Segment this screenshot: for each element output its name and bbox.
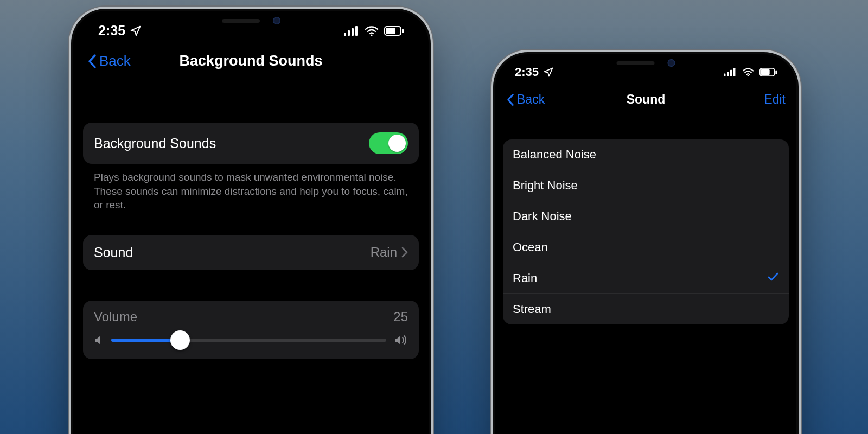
sound-option-label: Bright Noise <box>513 178 578 193</box>
sound-value: Rain <box>371 245 397 260</box>
location-icon <box>130 25 142 37</box>
toggle-label: Background Sounds <box>94 136 216 151</box>
svg-rect-8 <box>724 74 725 76</box>
svg-rect-10 <box>730 70 732 76</box>
cellular-icon <box>344 26 359 36</box>
edit-button[interactable]: Edit <box>764 92 786 107</box>
svg-point-12 <box>748 75 749 76</box>
chevron-right-icon <box>401 247 408 258</box>
svg-rect-6 <box>386 28 395 34</box>
background-sounds-toggle-row[interactable]: Background Sounds <box>83 123 419 164</box>
sound-option-label: Dark Noise <box>513 209 572 224</box>
svg-rect-1 <box>348 30 350 36</box>
sound-option-label: Rain <box>513 271 537 285</box>
group-sound: Sound Rain <box>83 235 419 270</box>
sound-option[interactable]: Stream <box>503 293 789 324</box>
wifi-icon <box>365 25 379 36</box>
volume-value: 25 <box>393 309 408 324</box>
toggle-switch[interactable] <box>369 132 408 154</box>
cellular-icon <box>724 68 737 76</box>
back-button[interactable]: Back <box>87 53 131 69</box>
nav-bar: Back Background Sounds <box>83 53 419 69</box>
sound-option-label: Balanced Noise <box>513 148 596 162</box>
svg-rect-11 <box>733 68 735 76</box>
battery-icon <box>760 68 777 76</box>
footnote-text: Plays background sounds to mask unwanted… <box>83 164 419 212</box>
wifi-icon <box>742 67 754 77</box>
volume-slider[interactable] <box>94 334 408 346</box>
status-time: 2:35 <box>515 65 539 79</box>
slider-track[interactable] <box>111 339 386 342</box>
group-volume: Volume 25 <box>83 301 419 359</box>
sound-option[interactable]: Rain <box>503 263 789 293</box>
page-title: Background Sounds <box>83 53 419 69</box>
sound-option-label: Ocean <box>513 240 548 254</box>
nav-bar: Back Sound Edit <box>503 92 789 107</box>
svg-rect-14 <box>761 69 770 75</box>
phone-left: 2:35 <box>73 11 429 434</box>
sound-option[interactable]: Balanced Noise <box>503 139 789 170</box>
page-title: Sound <box>503 92 789 107</box>
status-bar: 2:35 <box>83 23 419 39</box>
phone-right: 2:35 <box>495 54 796 434</box>
chevron-left-icon <box>506 93 515 106</box>
speaker-high-icon <box>394 334 408 346</box>
group-toggle: Background Sounds <box>83 123 419 164</box>
status-time: 2:35 <box>98 23 125 39</box>
svg-rect-2 <box>352 28 354 36</box>
slider-thumb[interactable] <box>170 330 190 350</box>
volume-label: Volume <box>94 309 137 324</box>
back-button[interactable]: Back <box>506 92 545 107</box>
sound-row[interactable]: Sound Rain <box>83 235 419 270</box>
svg-rect-9 <box>727 72 729 76</box>
sound-option[interactable]: Dark Noise <box>503 201 789 232</box>
svg-rect-0 <box>344 33 346 36</box>
sound-option-label: Stream <box>513 302 551 316</box>
back-label: Back <box>517 92 545 107</box>
sound-label: Sound <box>94 245 133 260</box>
sound-options-list: Balanced NoiseBright NoiseDark NoiseOcea… <box>503 139 789 324</box>
location-icon <box>543 67 554 78</box>
svg-point-4 <box>371 34 372 36</box>
status-bar: 2:35 <box>503 65 789 79</box>
sound-option[interactable]: Ocean <box>503 232 789 263</box>
svg-rect-15 <box>775 70 777 74</box>
back-label: Back <box>99 53 131 69</box>
checkmark-icon <box>767 271 779 285</box>
slider-fill <box>111 339 180 342</box>
svg-rect-3 <box>355 26 358 36</box>
sound-option[interactable]: Bright Noise <box>503 170 789 201</box>
svg-rect-7 <box>402 29 404 33</box>
battery-icon <box>384 26 404 36</box>
chevron-left-icon <box>87 54 97 69</box>
speaker-low-icon <box>94 335 104 346</box>
